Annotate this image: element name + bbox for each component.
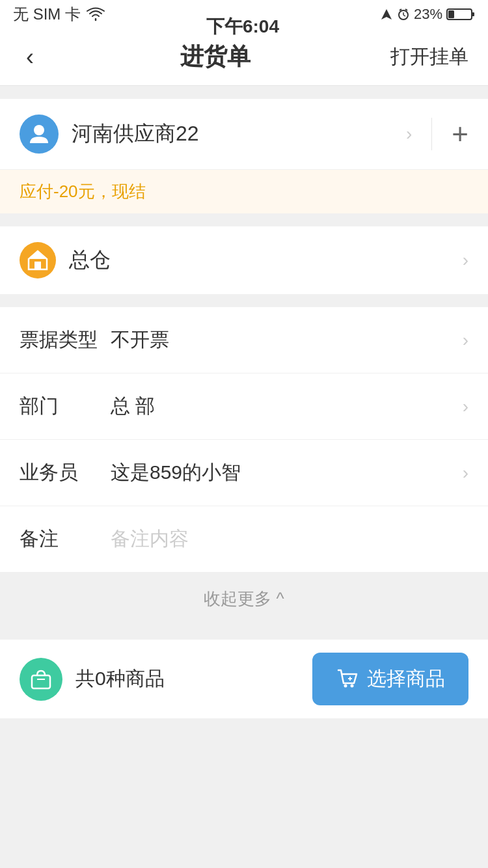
status-carrier: 无 SIM 卡 bbox=[13, 4, 105, 25]
supplier-row[interactable]: 河南供应商22 › + bbox=[0, 99, 488, 170]
salesperson-label: 业务员 bbox=[20, 459, 98, 486]
remark-label: 备注 bbox=[20, 526, 98, 552]
select-product-label: 选择商品 bbox=[367, 666, 445, 692]
salesperson-value: 这是859的小智 bbox=[98, 459, 463, 486]
section-gap-4 bbox=[0, 626, 488, 639]
remark-placeholder[interactable]: 备注内容 bbox=[98, 526, 468, 552]
warehouse-chevron: › bbox=[463, 250, 468, 271]
invoice-type-chevron: › bbox=[463, 330, 468, 351]
department-row[interactable]: 部门 总 部 › bbox=[0, 373, 488, 440]
carrier-text: 无 SIM 卡 bbox=[13, 4, 81, 25]
notice-text: 应付-20元，现结 bbox=[20, 182, 146, 201]
location-icon bbox=[380, 8, 393, 21]
section-gap-1 bbox=[0, 86, 488, 99]
remark-row[interactable]: 备注 备注内容 bbox=[0, 506, 488, 572]
warehouse-row[interactable]: 总仓 › bbox=[0, 226, 488, 294]
supplier-chevron: › bbox=[406, 124, 412, 144]
supplier-actions: › + bbox=[406, 118, 468, 150]
open-pending-button[interactable]: 打开挂单 bbox=[390, 44, 468, 70]
battery-text: 23% bbox=[414, 6, 442, 23]
invoice-type-value: 不开票 bbox=[98, 327, 463, 353]
add-supplier-button[interactable]: + bbox=[452, 120, 468, 148]
alarm-icon bbox=[397, 8, 410, 21]
svg-marker-11 bbox=[29, 251, 47, 259]
department-chevron: › bbox=[463, 396, 468, 417]
battery-icon bbox=[446, 7, 475, 21]
page-title: 进货单 bbox=[180, 41, 251, 73]
salesperson-row[interactable]: 业务员 这是859的小智 › bbox=[0, 440, 488, 506]
cart-icon bbox=[336, 668, 359, 691]
svg-line-3 bbox=[403, 15, 405, 16]
salesperson-chevron: › bbox=[463, 463, 468, 483]
divider bbox=[431, 118, 432, 150]
form-section: 票据类型 不开票 › 部门 总 部 › 业务员 这是859的小智 › 备注 备注… bbox=[0, 307, 488, 572]
collapse-row[interactable]: 收起更多 ^ bbox=[0, 572, 488, 626]
empty-area bbox=[0, 718, 488, 868]
svg-rect-7 bbox=[472, 12, 474, 16]
supplier-name: 河南供应商22 bbox=[72, 120, 406, 148]
product-icon-wrap bbox=[20, 658, 62, 701]
status-bar: 无 SIM 卡 下午6:04 23% bbox=[0, 0, 488, 29]
svg-line-5 bbox=[405, 9, 407, 10]
svg-rect-8 bbox=[448, 10, 454, 18]
collapse-label: 收起更多 ^ bbox=[204, 588, 284, 610]
person-icon bbox=[27, 122, 51, 146]
section-gap-3 bbox=[0, 294, 488, 307]
warehouse-icon-wrap bbox=[20, 242, 56, 278]
back-button[interactable]: ‹ bbox=[20, 37, 40, 77]
svg-point-9 bbox=[34, 125, 44, 135]
product-count: 共0种商品 bbox=[75, 666, 299, 692]
invoice-type-label: 票据类型 bbox=[20, 327, 98, 353]
warehouse-section[interactable]: 总仓 › bbox=[0, 226, 488, 294]
department-value: 总 部 bbox=[98, 393, 463, 420]
svg-rect-13 bbox=[32, 675, 50, 688]
svg-marker-0 bbox=[381, 9, 392, 20]
product-icon bbox=[28, 666, 54, 692]
select-product-button[interactable]: 选择商品 bbox=[312, 653, 468, 705]
bottom-bar: 共0种商品 选择商品 bbox=[0, 639, 488, 718]
svg-rect-12 bbox=[34, 262, 41, 269]
status-time: 下午6:04 bbox=[206, 14, 279, 39]
supplier-avatar bbox=[20, 115, 59, 154]
department-label: 部门 bbox=[20, 393, 98, 420]
house-icon bbox=[26, 249, 49, 272]
status-right: 23% bbox=[380, 6, 475, 23]
warehouse-name: 总仓 bbox=[69, 246, 463, 275]
svg-point-16 bbox=[351, 684, 354, 687]
section-gap-2 bbox=[0, 213, 488, 226]
wifi-icon bbox=[86, 7, 105, 21]
svg-point-15 bbox=[344, 684, 347, 687]
invoice-type-row[interactable]: 票据类型 不开票 › bbox=[0, 307, 488, 373]
svg-line-4 bbox=[400, 9, 401, 10]
notice-banner: 应付-20元，现结 bbox=[0, 170, 488, 213]
supplier-section: 河南供应商22 › + 应付-20元，现结 bbox=[0, 99, 488, 213]
